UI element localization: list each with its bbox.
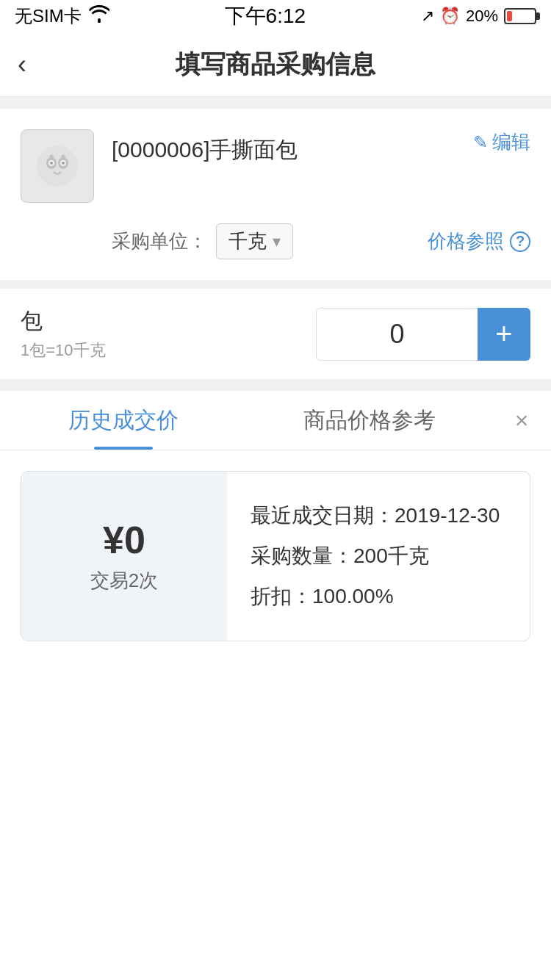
svg-point-5	[50, 162, 53, 165]
history-discount-value: 100.00%	[312, 585, 394, 608]
product-logo-icon	[35, 144, 79, 188]
history-transaction-count: 交易2次	[90, 568, 158, 594]
product-unit-row: 采购单位： 千克 ▾ 价格参照 ?	[21, 217, 530, 259]
edit-icon: ✎	[473, 132, 488, 153]
quantity-unit-label: 包	[21, 306, 106, 336]
wifi-icon	[89, 5, 109, 27]
history-discount-item: 折扣：100.00%	[251, 582, 506, 610]
battery-fill	[507, 11, 512, 21]
tabs-header: 历史成交价 商品价格参考 ×	[0, 391, 551, 450]
history-card-left: ¥0 交易2次	[21, 472, 227, 641]
back-button[interactable]: ‹	[18, 49, 26, 80]
nav-bar: ‹ 填写商品采购信息	[0, 32, 551, 97]
product-name: [0000006]手撕面包	[112, 129, 298, 165]
status-bar-left: 无SIM卡	[15, 4, 109, 28]
price-ref-help-icon: ?	[510, 231, 530, 252]
unit-select-value: 千克	[228, 228, 267, 254]
product-header: [0000006]手撕面包 ✎ 编辑	[21, 129, 530, 203]
price-ref-label: 价格参照	[428, 228, 504, 254]
unit-label: 采购单位：	[112, 228, 207, 254]
battery-pct-label: 20%	[466, 7, 498, 26]
product-card: [0000006]手撕面包 ✎ 编辑 采购单位： 千克 ▾ 价格参照 ?	[0, 109, 551, 280]
status-bar: 无SIM卡 下午6:12 ↗ ⏰ 20%	[0, 0, 551, 32]
tab-underline	[94, 447, 153, 450]
history-card: ¥0 交易2次 最近成交日期：2019-12-30 采购数量：200千克 折扣：…	[21, 471, 530, 641]
tab-close-button[interactable]: ×	[492, 407, 551, 434]
quantity-section: 包 1包=10千克 +	[0, 289, 551, 379]
history-discount-label: 折扣：	[251, 585, 312, 608]
alarm-icon: ⏰	[440, 7, 460, 26]
history-content: ¥0 交易2次 最近成交日期：2019-12-30 采购数量：200千克 折扣：…	[0, 450, 551, 662]
svg-point-6	[62, 162, 65, 165]
tab-product-price-ref[interactable]: 商品价格参考	[246, 391, 492, 450]
status-bar-time: 下午6:12	[225, 2, 306, 30]
battery-icon	[504, 8, 536, 24]
product-image	[21, 129, 94, 203]
quantity-left: 包 1包=10千克	[21, 306, 106, 361]
quantity-input[interactable]	[316, 308, 478, 361]
page-title: 填写商品采购信息	[176, 48, 375, 82]
quantity-input-area: +	[316, 308, 530, 361]
edit-button[interactable]: ✎ 编辑	[473, 129, 530, 155]
history-date-label: 最近成交日期：	[251, 504, 395, 527]
unit-select-dropdown[interactable]: 千克 ▾	[216, 223, 293, 259]
history-qty-item: 采购数量：200千克	[251, 541, 506, 570]
history-date-value: 2019-12-30	[395, 504, 500, 527]
quantity-conversion-label: 1包=10千克	[21, 339, 106, 361]
history-card-right: 最近成交日期：2019-12-30 采购数量：200千克 折扣：100.00%	[227, 472, 530, 641]
unit-select-arrow: ▾	[273, 232, 281, 251]
history-date-item: 最近成交日期：2019-12-30	[251, 501, 506, 530]
tab-history-price[interactable]: 历史成交价	[0, 391, 246, 450]
product-left: [0000006]手撕面包	[21, 129, 298, 203]
history-qty-label: 采购数量：	[251, 544, 353, 567]
sim-signal-label: 无SIM卡	[15, 4, 82, 28]
tabs-section: 历史成交价 商品价格参考 × ¥0 交易2次 最近成交日期：2019-12-30…	[0, 391, 551, 662]
status-bar-right: ↗ ⏰ 20%	[421, 7, 536, 26]
location-icon: ↗	[421, 7, 434, 26]
svg-point-0	[37, 145, 78, 187]
unit-selector-group: 采购单位： 千克 ▾	[21, 223, 293, 259]
price-ref-button[interactable]: 价格参照 ?	[428, 228, 530, 254]
bottom-empty-area	[0, 662, 551, 980]
history-price-value: ¥0	[103, 518, 145, 562]
quantity-plus-button[interactable]: +	[478, 308, 530, 361]
history-qty-value: 200千克	[353, 544, 429, 567]
